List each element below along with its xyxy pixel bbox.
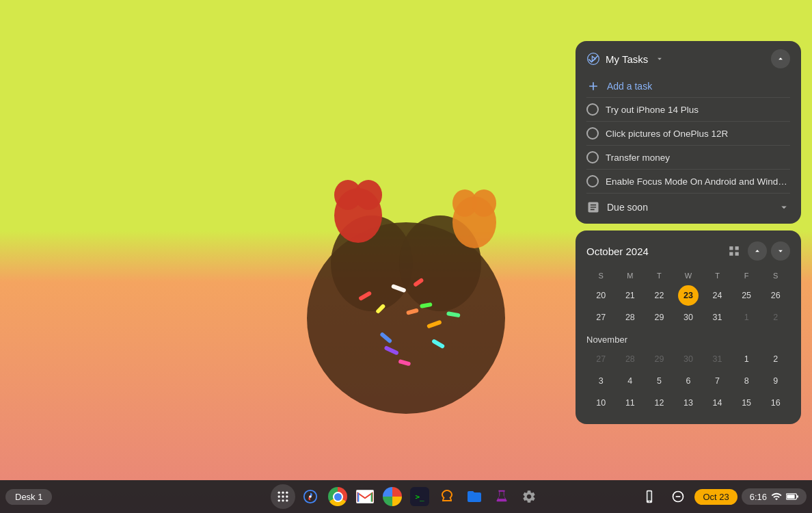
cal-day-oct-29[interactable]: 29 bbox=[649, 307, 669, 328]
chrome-button[interactable] bbox=[325, 484, 350, 509]
chevron-down-icon bbox=[776, 246, 785, 256]
cal-day-nov-1-oct-view[interactable]: 1 bbox=[736, 307, 757, 328]
assistant-button[interactable] bbox=[298, 484, 323, 509]
files-icon bbox=[466, 488, 483, 505]
calendar-header: October 2024 bbox=[586, 241, 790, 261]
phone-status-button[interactable] bbox=[637, 484, 662, 509]
svg-point-17 bbox=[355, 180, 382, 210]
status-area[interactable]: 6:16 bbox=[742, 488, 807, 505]
collapse-icon bbox=[776, 54, 785, 64]
battery-icon bbox=[786, 492, 798, 501]
due-soon-row[interactable]: Due soon bbox=[586, 193, 790, 215]
date-chip[interactable]: Oct 23 bbox=[694, 489, 737, 505]
cal-day-oct-21[interactable]: 21 bbox=[620, 285, 640, 306]
weekday-t1: T bbox=[645, 269, 674, 282]
weekday-s1: S bbox=[586, 269, 616, 282]
cal-day-nov-2[interactable]: 2 bbox=[766, 349, 786, 369]
due-soon-chevron-icon bbox=[778, 201, 790, 213]
cal-day-oct-30-nov-view[interactable]: 30 bbox=[678, 349, 699, 369]
settings-button[interactable] bbox=[517, 484, 541, 509]
task-checkbox-3[interactable] bbox=[586, 151, 599, 163]
cal-day-oct-29-nov-view[interactable]: 29 bbox=[649, 349, 669, 369]
calendar-widget: October 2024 bbox=[576, 231, 801, 424]
november-week-2: 3 4 5 6 7 8 9 bbox=[586, 371, 790, 391]
launcher-icon bbox=[276, 490, 290, 503]
cal-day-nov-3[interactable]: 3 bbox=[591, 371, 611, 391]
svg-point-37 bbox=[649, 501, 651, 503]
weekday-w: W bbox=[674, 269, 703, 282]
add-task-icon bbox=[586, 79, 600, 93]
cal-day-nov-15[interactable]: 15 bbox=[736, 393, 757, 413]
cal-day-nov-2-oct-view[interactable]: 2 bbox=[766, 307, 786, 328]
launcher-button[interactable] bbox=[271, 484, 295, 509]
cal-day-oct-22[interactable]: 22 bbox=[649, 285, 669, 306]
november-week-3: 10 11 12 13 14 15 16 bbox=[586, 393, 790, 413]
cal-day-oct-31-nov-view[interactable]: 31 bbox=[707, 349, 728, 369]
cal-day-oct-23[interactable]: 23 bbox=[678, 285, 699, 306]
cal-day-nov-11[interactable]: 11 bbox=[620, 393, 640, 413]
calendar-nav bbox=[725, 241, 790, 261]
svg-rect-36 bbox=[648, 492, 651, 501]
svg-point-21 bbox=[278, 492, 280, 494]
cal-day-nov-16[interactable]: 16 bbox=[766, 393, 786, 413]
phone-icon bbox=[642, 490, 656, 503]
task-checkbox-4[interactable] bbox=[586, 175, 599, 187]
tasks-collapse-button[interactable] bbox=[771, 49, 790, 68]
add-task-row[interactable]: Add a task bbox=[586, 75, 790, 97]
task-text-3: Transfer money bbox=[606, 153, 790, 163]
lab-button[interactable] bbox=[489, 484, 514, 509]
screen-button[interactable] bbox=[666, 484, 690, 509]
cal-day-oct-27[interactable]: 27 bbox=[591, 307, 611, 328]
photos-button[interactable] bbox=[380, 484, 405, 509]
calendar-next-button[interactable] bbox=[771, 241, 790, 261]
cal-day-oct-27-nov-view[interactable]: 27 bbox=[591, 349, 611, 369]
cal-day-nov-14[interactable]: 14 bbox=[707, 393, 728, 413]
tasks-icon bbox=[586, 52, 600, 66]
desk-chip[interactable]: Desk 1 bbox=[5, 489, 52, 505]
terminal-button[interactable]: >_ bbox=[407, 484, 432, 509]
task-item-2[interactable]: Click pictures of OnePlus 12R bbox=[586, 121, 790, 145]
gmail-button[interactable] bbox=[353, 484, 377, 509]
cal-day-oct-31[interactable]: 31 bbox=[707, 307, 728, 328]
october-week-2: 27 28 29 30 31 1 2 bbox=[586, 307, 790, 328]
cal-day-nov-12[interactable]: 12 bbox=[649, 393, 669, 413]
cal-day-oct-25[interactable]: 25 bbox=[736, 285, 757, 306]
files-button[interactable] bbox=[462, 484, 487, 509]
svg-point-28 bbox=[282, 499, 284, 501]
calendar-grid-view-button[interactable] bbox=[725, 241, 744, 261]
svg-point-25 bbox=[282, 495, 284, 497]
cal-day-nov-7[interactable]: 7 bbox=[707, 371, 728, 391]
due-soon-label: Due soon bbox=[607, 202, 648, 213]
calendar-weekdays: S M T W T F S bbox=[586, 269, 790, 282]
cal-day-nov-10[interactable]: 10 bbox=[591, 393, 611, 413]
task-item-3[interactable]: Transfer money bbox=[586, 145, 790, 169]
cal-day-nov-8[interactable]: 8 bbox=[736, 371, 757, 391]
cal-day-nov-9[interactable]: 9 bbox=[766, 371, 786, 391]
settings-icon bbox=[522, 489, 537, 504]
cal-day-oct-28[interactable]: 28 bbox=[620, 307, 640, 328]
cal-day-oct-28-nov-view[interactable]: 28 bbox=[620, 349, 640, 369]
due-soon-icon bbox=[586, 200, 600, 214]
cal-day-oct-20[interactable]: 20 bbox=[591, 285, 611, 306]
chrome-icon bbox=[328, 487, 347, 506]
cal-day-nov-1[interactable]: 1 bbox=[736, 349, 757, 369]
november-calendar-grid: 27 28 29 30 31 1 2 3 4 5 6 7 8 9 bbox=[586, 349, 790, 413]
calendar-prev-button[interactable] bbox=[748, 241, 767, 261]
tasks-title-area[interactable]: My Tasks bbox=[586, 52, 664, 66]
cal-day-nov-6[interactable]: 6 bbox=[678, 371, 699, 391]
cal-day-oct-24[interactable]: 24 bbox=[707, 285, 728, 306]
cal-day-nov-13[interactable]: 13 bbox=[678, 393, 699, 413]
tasks-dropdown-icon bbox=[655, 54, 664, 64]
tasks-widget: My Tasks Add a task Try out iPhone 14 Pl… bbox=[576, 41, 801, 224]
task-checkbox-1[interactable] bbox=[586, 103, 599, 116]
task-checkbox-2[interactable] bbox=[586, 127, 599, 140]
cal-day-nov-4[interactable]: 4 bbox=[620, 371, 640, 391]
weekday-f: F bbox=[732, 269, 761, 282]
octopus-button[interactable] bbox=[435, 484, 459, 509]
cal-day-oct-30[interactable]: 30 bbox=[678, 307, 699, 328]
task-item-1[interactable]: Try out iPhone 14 Plus bbox=[586, 97, 790, 121]
cal-day-oct-26[interactable]: 26 bbox=[766, 285, 786, 306]
cal-day-nov-5[interactable]: 5 bbox=[649, 371, 669, 391]
task-text-4: Enable Focus Mode On Android and Windows… bbox=[606, 176, 790, 187]
task-item-4[interactable]: Enable Focus Mode On Android and Windows… bbox=[586, 169, 790, 193]
